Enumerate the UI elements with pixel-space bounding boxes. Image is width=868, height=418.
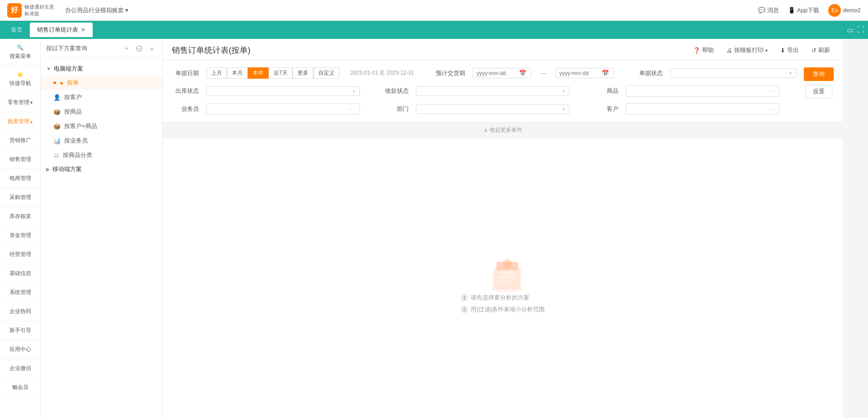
sidebar-item-sales[interactable]: 销售管理 bbox=[0, 150, 40, 169]
chevron-down-icon: ▼ bbox=[46, 66, 51, 71]
scheme-group-mobile[interactable]: ▶ 移动端方案 bbox=[41, 162, 162, 176]
chevron-up-icon: ▴ bbox=[30, 119, 33, 124]
scheme-item-by-order[interactable]: ● 按单 bbox=[41, 76, 162, 90]
settings-button[interactable]: 设置 bbox=[805, 85, 832, 98]
expected-date-label: 预计交货期 bbox=[436, 69, 465, 77]
svg-point-5 bbox=[503, 259, 511, 268]
top-bar-right: 💬 消息 📱 App下载 Ea demo2 bbox=[758, 4, 861, 17]
category-icon: 🗂 bbox=[53, 152, 59, 159]
product-select[interactable]: ··· bbox=[626, 85, 779, 97]
sidebar-item-wholesale[interactable]: 批发管理 ▴ bbox=[0, 112, 40, 131]
department-select[interactable]: ▾ bbox=[416, 104, 570, 114]
date-btn-more[interactable]: 更多 bbox=[292, 67, 313, 79]
chevron-down-icon: ▾ bbox=[765, 48, 768, 53]
sidebar-item-system[interactable]: 系统管理 bbox=[0, 283, 40, 302]
help-button[interactable]: ❓ 帮助 bbox=[689, 44, 717, 56]
message-button[interactable]: 💬 消息 bbox=[758, 6, 779, 14]
sidebar-item-operation[interactable]: 经营管理 bbox=[0, 245, 40, 264]
expected-date-start-input[interactable] bbox=[476, 70, 517, 76]
scheme-item-by-product[interactable]: 📦 按商品 bbox=[41, 104, 162, 119]
tab-home[interactable]: 首页 bbox=[4, 23, 30, 37]
order-status-label: 单据状态 bbox=[636, 69, 663, 77]
sidebar-item-basic[interactable]: 基础信息 bbox=[0, 264, 40, 283]
expected-date-end-input[interactable] bbox=[559, 70, 600, 76]
salesperson-icon: 📊 bbox=[53, 138, 61, 144]
sidebar-item-corpwechat[interactable]: 企业微信 bbox=[0, 359, 40, 378]
scheme-item-by-customer[interactable]: 👤 按客户 bbox=[41, 90, 162, 104]
customer-icon: 👤 bbox=[53, 94, 61, 101]
chevron-down-icon: ▾ bbox=[30, 100, 33, 105]
sidebar-item-marketing[interactable]: 营销推广 bbox=[0, 131, 40, 150]
query-button[interactable]: 查询 bbox=[804, 67, 834, 81]
payment-status-select[interactable]: ▾ bbox=[416, 86, 570, 96]
scheme-item-by-category[interactable]: 🗂 按商品分类 bbox=[41, 148, 162, 162]
chevron-down-icon: ▾ bbox=[562, 107, 565, 112]
date-btn-custom[interactable]: 自定义 bbox=[313, 67, 340, 79]
app-download-button[interactable]: 📱 App下载 bbox=[788, 6, 819, 14]
collapse-panel-button[interactable]: « bbox=[147, 43, 157, 53]
page-actions: ❓ 帮助 🖨 按模板打印 ▾ ⬇ 导出 ↺ 刷新 bbox=[689, 44, 834, 56]
delivery-status-select[interactable]: ▾ bbox=[206, 86, 360, 96]
delivery-status-label: 出库状态 bbox=[172, 87, 199, 95]
empty-tip-2: 2 用[过滤]条件来缩小分析范围 bbox=[461, 305, 544, 314]
scheme-group-pc[interactable]: ▼ 电脑端方案 bbox=[41, 62, 162, 76]
sidebar-item-quicknav[interactable]: ⭐ 快捷导航 bbox=[0, 66, 40, 93]
sidebar-item-purchase[interactable]: 采购管理 bbox=[0, 188, 40, 207]
tab-sales-order-stat[interactable]: 销售订单统计表 ✕ bbox=[30, 23, 93, 37]
svg-rect-3 bbox=[494, 267, 521, 289]
order-icon: ● bbox=[60, 79, 63, 86]
export-button[interactable]: ⬇ 导出 bbox=[777, 44, 802, 56]
sidebar-item-ecommerce[interactable]: 电商管理 bbox=[0, 169, 40, 188]
calendar-icon: 📅 bbox=[519, 70, 526, 76]
user-profile[interactable]: Ea demo2 bbox=[828, 4, 861, 17]
scheme-group-mobile-label: 移动端方案 bbox=[52, 165, 82, 173]
page-title: 销售订单统计表(按单) bbox=[172, 45, 250, 56]
customer-select[interactable]: ··· bbox=[626, 103, 779, 115]
cust-prod-icon: 📦 bbox=[53, 123, 61, 130]
search-icon: 🔍 bbox=[17, 44, 24, 51]
date-btn-this-month[interactable]: 本月 bbox=[227, 67, 248, 79]
edit-scheme-button[interactable] bbox=[134, 43, 144, 53]
collapse-text: ∧ 收起更多条件 bbox=[484, 126, 522, 134]
salesperson-select[interactable]: ··· bbox=[206, 103, 360, 115]
sidebar-item-finance[interactable]: 资金管理 bbox=[0, 226, 40, 245]
sidebar-item-retail[interactable]: 零售管理 ▾ bbox=[0, 93, 40, 112]
left-panel: 按以下方案查询 ＋ « ▼ 电脑端方案 bbox=[41, 39, 163, 418]
refresh-button[interactable]: ↺ 刷新 bbox=[808, 44, 834, 56]
date-btn-last-7[interactable]: 近7天 bbox=[269, 67, 292, 79]
tab-close-icon[interactable]: ✕ bbox=[81, 27, 85, 33]
sidebar-item-inventory[interactable]: 库存核算 bbox=[0, 207, 40, 226]
payment-status-label: 收款状态 bbox=[382, 87, 409, 95]
expected-date-end[interactable]: 📅 bbox=[555, 68, 614, 78]
sidebar-item-appstore[interactable]: 应用中心 bbox=[0, 340, 40, 359]
filter-row-3: 业务员 ··· 部门 ▾ 客户 bbox=[172, 103, 797, 115]
left-panel-header: 按以下方案查询 ＋ « bbox=[41, 39, 162, 58]
chevron-right-icon: ▶ bbox=[46, 166, 50, 172]
maximize-icon[interactable]: ⛶ bbox=[857, 26, 864, 34]
chevron-down-icon: ▾ bbox=[789, 71, 792, 76]
date-btn-last-month[interactable]: 上月 bbox=[206, 67, 227, 79]
add-scheme-button[interactable]: ＋ bbox=[122, 43, 132, 53]
date-btn-this-year[interactable]: 本年 bbox=[248, 67, 269, 79]
more-icon: ··· bbox=[768, 87, 774, 95]
expected-date-start[interactable]: 📅 bbox=[472, 68, 531, 78]
calendar-icon-2: 📅 bbox=[602, 70, 609, 76]
sidebar-item-member[interactable]: 畅会员 bbox=[0, 378, 40, 397]
sidebar-item-search[interactable]: 🔍 搜索菜单 bbox=[0, 39, 40, 66]
scheme-item-by-cust-prod[interactable]: 📦 按客户+商品 bbox=[41, 119, 162, 133]
sidebar-item-enterprise[interactable]: 企业协同 bbox=[0, 302, 40, 321]
help-icon: ❓ bbox=[693, 47, 700, 54]
order-status-select[interactable]: ▾ bbox=[670, 68, 797, 78]
scheme-item-by-salesperson[interactable]: 📊 按业务员 bbox=[41, 133, 162, 148]
filter-row-1: 单据日期 上月 本月 本年 近7天 更多 自定义 2023-01-01 至 20… bbox=[172, 67, 797, 79]
chevron-up-icon: ∧ bbox=[484, 127, 488, 133]
breadcrumb-dropdown[interactable]: 办公用品行业模拟账套 ▾ bbox=[65, 6, 128, 14]
collapse-bar[interactable]: ∧ 收起更多条件 bbox=[163, 123, 843, 138]
more-icon-3: ··· bbox=[768, 105, 774, 113]
minimize-icon[interactable]: ▭ bbox=[847, 26, 854, 34]
message-icon: 💬 bbox=[758, 7, 765, 14]
sidebar-item-newbie[interactable]: 新手引导 bbox=[0, 321, 40, 340]
print-template-button[interactable]: 🖨 按模板打印 ▾ bbox=[723, 44, 771, 56]
chevron-down-icon: ▾ bbox=[125, 7, 128, 14]
filter-area: 单据日期 上月 本月 本年 近7天 更多 自定义 2023-01-01 至 20… bbox=[163, 60, 843, 123]
